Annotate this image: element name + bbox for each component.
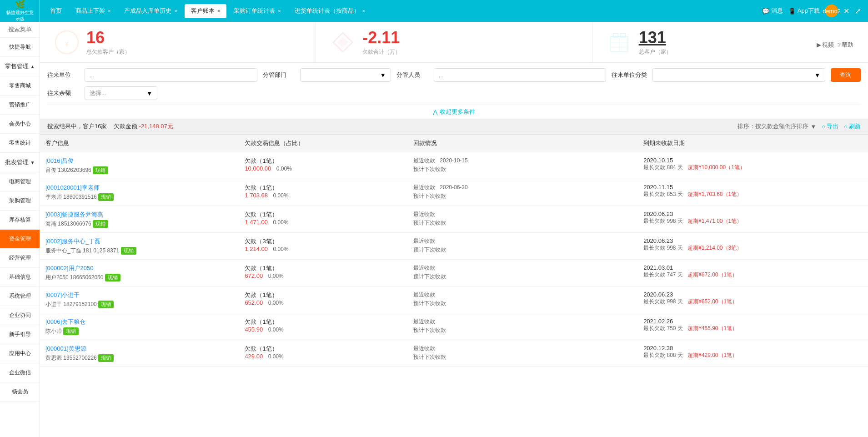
sidebar-item-system[interactable]: 系统管理 bbox=[0, 287, 40, 306]
customer-phone-3: 服务中心_丁磊 181 0125 8371 bbox=[45, 247, 119, 254]
tab-products-close[interactable]: × bbox=[108, 8, 110, 14]
overdue-amount-0[interactable]: 超期¥10,000.00（1笔） bbox=[687, 164, 745, 171]
customer-name-0[interactable]: [0016]吕俊 bbox=[45, 157, 234, 165]
svg-text:¥: ¥ bbox=[65, 40, 69, 47]
export-button[interactable]: ○ 导出 bbox=[822, 122, 838, 131]
overdue-days-4: 最长欠款 747 天 bbox=[643, 271, 686, 278]
sidebar-item-member[interactable]: 会员中心 bbox=[0, 115, 40, 134]
sort-select[interactable]: 排序：按欠款金额倒序排序 ▼ bbox=[738, 122, 816, 131]
user-area[interactable]: demo2 bbox=[825, 5, 838, 17]
sidebar-search[interactable]: 搜索菜单 bbox=[0, 22, 40, 38]
tab-warehouse-close[interactable]: × bbox=[174, 8, 177, 14]
table-row: [000001]黄思源 黄思源 13552700226 现销 欠款（1笔） 42… bbox=[40, 340, 868, 367]
sidebar-item-apps[interactable]: 应用中心 bbox=[0, 344, 40, 363]
filter-label-dept: 分管部门 bbox=[263, 71, 295, 79]
customer-cell-7: [000001]黄思源 黄思源 13552700226 现销 bbox=[40, 340, 239, 367]
customer-name-2[interactable]: [0003]畅捷服务尹海燕 bbox=[45, 211, 234, 219]
tab-customer-account[interactable]: 客户账本 × bbox=[185, 4, 226, 18]
sidebar-item-shop[interactable]: 零售商城 bbox=[0, 76, 40, 95]
customer-name-6[interactable]: [0006]去下粮仓 bbox=[45, 318, 234, 326]
filter-select-dept[interactable]: ▼ bbox=[300, 68, 391, 82]
due-date-1: 2020.11.15 bbox=[643, 184, 673, 191]
overdue-days-1: 最长欠款 853 天 bbox=[643, 191, 686, 197]
sidebar-item-finance[interactable]: 资金管理 bbox=[0, 230, 40, 249]
filter-label-balance: 往来余额 bbox=[47, 89, 79, 97]
fullscreen-btn[interactable]: ⤢ bbox=[855, 7, 861, 15]
debt-cell-2: 欠款（1笔） 1,471.00 0.00% bbox=[239, 206, 408, 233]
recovery-row-7: 最近收款 预计下次收款 bbox=[413, 345, 632, 361]
sidebar-item-wholesale[interactable]: 批发管理 ▼ bbox=[0, 153, 40, 172]
tab-inbound-stats-close[interactable]: × bbox=[362, 8, 365, 14]
video-btn[interactable]: ▶ 视频 bbox=[817, 41, 834, 49]
sidebar-item-marketing[interactable]: 营销推广 bbox=[0, 95, 40, 115]
due-date-4: 2021.03.01 bbox=[643, 264, 673, 271]
table-row: [0007]小进干 小进干 18279152100 现销 欠款（1笔） 652.… bbox=[40, 286, 868, 313]
debt-cell-6: 欠款（1笔） 455.90 0.00% bbox=[239, 313, 408, 340]
recent-label-2: 最近收款 bbox=[413, 211, 632, 218]
sidebar-item-retail[interactable]: 零售管理 ▲ bbox=[0, 57, 40, 76]
sidebar-item-inventory[interactable]: 库存核算 bbox=[0, 211, 40, 230]
sidebar-item-wechat[interactable]: 企业微信 bbox=[0, 363, 40, 382]
collapse-button[interactable]: ⋀ 收起更多条件 bbox=[47, 105, 861, 119]
customer-name-1[interactable]: [0001020001]李老师 bbox=[45, 184, 234, 192]
overdue-amount-3[interactable]: 超期¥1,214.00（3笔） bbox=[687, 245, 742, 251]
sidebar-item-ecommerce[interactable]: 电商管理 bbox=[0, 172, 40, 191]
sidebar-item-purchase[interactable]: 采购管理 bbox=[0, 191, 40, 211]
debt-ratio-3: 0.00% bbox=[273, 246, 289, 252]
sort-arrow-icon: ▼ bbox=[810, 123, 816, 130]
overdue-amount-2[interactable]: 超期¥1,471.00（1笔） bbox=[687, 218, 742, 224]
retail-arrow: ▲ bbox=[30, 64, 35, 69]
th-customer: 客户信息 bbox=[40, 135, 239, 152]
overdue-amount-4[interactable]: 超期¥672.00（1笔） bbox=[687, 271, 738, 278]
due-date-2: 2020.06.23 bbox=[643, 211, 673, 217]
filter-select-balance[interactable]: 选择... ▼ bbox=[85, 86, 157, 100]
sidebar-item-management[interactable]: 经营管理 bbox=[0, 249, 40, 268]
filter-input-person[interactable]: ... bbox=[434, 68, 607, 82]
debt-cell-4: 欠款（1笔） 672.00 0.00% bbox=[239, 260, 408, 286]
customer-name-5[interactable]: [0007]小进干 bbox=[45, 291, 234, 299]
customer-name-4[interactable]: [000002]用户2050 bbox=[45, 264, 234, 272]
user-avatar: demo2 bbox=[825, 5, 838, 17]
debt-amount-2: 1,471.00 bbox=[245, 219, 268, 226]
app-download-btn[interactable]: 📱 App下载 bbox=[788, 7, 820, 15]
tab-purchase-stats[interactable]: 采购订单统计表 × bbox=[227, 4, 287, 18]
refresh-button[interactable]: ○ 刷新 bbox=[844, 122, 861, 131]
filter-label-person: 分管人员 bbox=[396, 71, 428, 79]
table-row: [0002]服务中心_丁磊 服务中心_丁磊 181 0125 8371 现销 欠… bbox=[40, 233, 868, 260]
sidebar-item-collab[interactable]: 企业协同 bbox=[0, 306, 40, 325]
sidebar-item-nav[interactable]: 快捷导航 bbox=[0, 38, 40, 57]
customer-tag-7: 现销 bbox=[98, 354, 114, 362]
tab-home[interactable]: 首页 bbox=[44, 4, 68, 18]
sidebar-item-vip[interactable]: 畅会员 bbox=[0, 382, 40, 402]
close-window-btn[interactable]: ✕ bbox=[843, 7, 849, 15]
filter-select-category[interactable]: ▼ bbox=[652, 68, 825, 82]
tab-customer-account-close[interactable]: × bbox=[217, 8, 220, 14]
filter-row-2: 往来余额 选择... ▼ bbox=[47, 86, 861, 100]
overdue-amount-6[interactable]: 超期¥455.90（1笔） bbox=[687, 325, 738, 332]
msg-btn[interactable]: 💬 消息 bbox=[762, 7, 783, 15]
tab-purchase-stats-close[interactable]: × bbox=[278, 8, 281, 14]
help-btn[interactable]: ? 帮助 bbox=[838, 41, 853, 49]
tab-inbound-stats[interactable]: 进货单统计表（按商品） × bbox=[288, 4, 371, 18]
sidebar-item-basic[interactable]: 基础信息 bbox=[0, 268, 40, 287]
recent-label-3: 最近收款 bbox=[413, 237, 632, 245]
next-label-4: 预计下次收款 bbox=[413, 273, 632, 281]
overdue-cell-6: 2021.02.26 最长欠款 750 天 超期¥455.90（1笔） bbox=[638, 313, 868, 340]
overdue-amount-7[interactable]: 超期¥429.00（1笔） bbox=[687, 352, 738, 358]
customer-name-3[interactable]: [0002]服务中心_丁磊 bbox=[45, 237, 234, 246]
customer-name-7[interactable]: [000001]黄思源 bbox=[45, 345, 234, 353]
tab-products[interactable]: 商品上下架 × bbox=[69, 4, 117, 18]
sidebar-item-guide[interactable]: 新手引导 bbox=[0, 325, 40, 344]
query-button[interactable]: 查询 bbox=[831, 68, 861, 82]
tab-warehouse[interactable]: 产成品入库单历史 × bbox=[118, 4, 183, 18]
overdue-cell-3: 2020.06.23 最长欠款 998 天 超期¥1,214.00（3笔） bbox=[638, 233, 868, 260]
stat-all-customers: 131 总客户（家） ▶ 视频 ? 帮助 bbox=[592, 22, 868, 62]
overdue-amount-5[interactable]: 超期¥652.00（1笔） bbox=[687, 298, 738, 305]
overdue-amount-1[interactable]: 超期¥1,703.68（1笔） bbox=[687, 191, 742, 197]
recovery-cell-5: 最近收款 预计下次收款 bbox=[408, 286, 638, 313]
filter-input-unit[interactable]: ... bbox=[85, 68, 257, 82]
next-label-7: 预计下次收款 bbox=[413, 353, 632, 361]
table-container: 客户信息 欠款交易信息（占比） 回款情况 到期未收款日期 [0016]吕俊 吕俊… bbox=[40, 135, 868, 437]
stat-icon-diamond bbox=[331, 30, 355, 55]
sidebar-item-retailstats[interactable]: 零售统计 bbox=[0, 134, 40, 153]
